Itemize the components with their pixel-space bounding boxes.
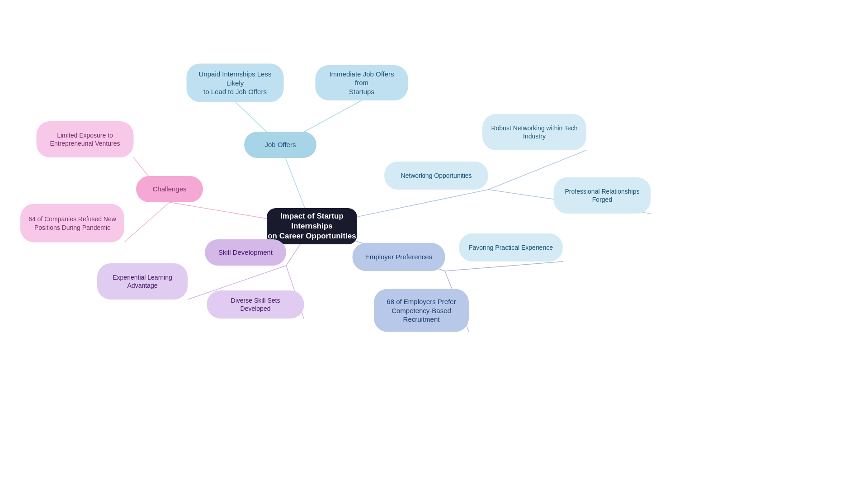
immediate-node: Immediate Job Offers from Startups [316,65,408,100]
challenges-label: Challenges [152,185,186,194]
networking-label: Networking Opportunities [401,171,472,180]
robust-networking-label: Robust Networking within Tech Industry [491,124,577,140]
limited-exposure-node: Limited Exposure to Entrepreneurial Vent… [37,121,134,157]
limited-exposure-label: Limited Exposure to Entrepreneurial Vent… [50,131,120,147]
favoring-practical-node: Favoring Practical Experience [459,233,563,262]
svg-line-10 [445,262,563,271]
svg-line-5 [124,202,170,242]
companies-refused-label: 64 of Companies Refused New Positions Du… [28,215,116,231]
employer-preferences-node: Employer Preferences [353,243,445,271]
skill-development-label: Skill Development [218,248,273,257]
employers-prefer-node: 68 of Employers Prefer Competency-Based … [374,289,469,332]
robust-networking-node: Robust Networking within Tech Industry [482,114,586,150]
diverse-skills-node: Diverse Skill Sets Developed [207,290,304,319]
center-node: Impact of Startup Internships on Career … [267,208,357,244]
challenges-node: Challenges [136,176,203,202]
professional-relationships-label: Professional Relationships Forged [565,187,640,204]
experiential-learning-label: Experiential Learning Advantage [113,273,172,290]
skill-development-node: Skill Development [205,239,286,266]
immediate-label: Immediate Job Offers from Startups [325,70,399,96]
job-offers-node: Job Offers [244,132,316,158]
experiential-learning-node: Experiential Learning Advantage [97,263,188,300]
favoring-practical-label: Favoring Practical Experience [469,243,553,252]
employer-preferences-label: Employer Preferences [365,252,432,262]
companies-refused-node: 64 of Companies Refused New Positions Du… [20,204,124,243]
unpaid-node: Unpaid Internships Less Likely to Lead t… [187,64,284,102]
professional-relationships-node: Professional Relationships Forged [554,177,651,214]
employers-prefer-label: 68 of Employers Prefer Competency-Based … [387,297,456,324]
networking-node: Networking Opportunities [384,162,488,190]
center-label: Impact of Startup Internships on Career … [267,211,357,241]
unpaid-label: Unpaid Internships Less Likely to Lead t… [196,70,275,96]
diverse-skills-label: Diverse Skill Sets Developed [215,296,296,313]
job-offers-label: Job Offers [265,140,296,149]
